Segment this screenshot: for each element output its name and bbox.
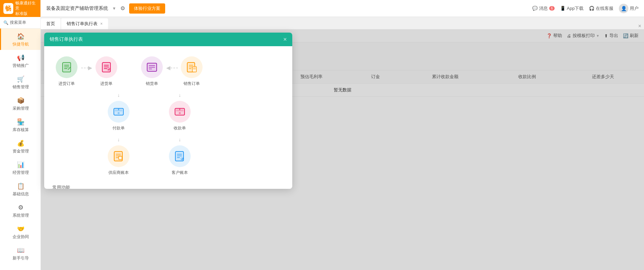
sidebar-item-inventory[interactable]: 🏪 库存核算 (0, 114, 40, 136)
home-icon: 🏠 (17, 33, 24, 40)
sidebar-item-quick-nav[interactable]: 🏠 快捷导航 (0, 29, 40, 50)
sidebar-item-basic[interactable]: 📋 基础信息 (0, 178, 40, 200)
payment-in-label: 收款单 (174, 125, 186, 131)
modal-body: 进货订单 - - - ▶ 进货单 (44, 46, 292, 189)
inventory-icon: 🏪 (17, 118, 24, 126)
avatar: 👤 (619, 4, 628, 13)
header: 装备及固定资产辅助管理系统 ▼ ⚙ 体验行业方案 💬 消息 6 📱 App下载 … (41, 0, 644, 17)
svg-point-32 (179, 112, 181, 114)
svg-rect-39 (119, 156, 122, 160)
flow-node-supplier-ledger[interactable]: 供应商账本 (97, 142, 141, 179)
modal-dialog: 销售订单执行表 × 进货订单 - - - (44, 33, 292, 189)
header-right: 💬 消息 6 📱 App下载 🎧 在线客服 👤 用户 (532, 4, 639, 13)
logo-text: 畅康通好生意 标准版 (15, 1, 37, 17)
tab-bar: 首页 销售订单执行表 × × (41, 17, 644, 29)
search-icon: 🔍 (3, 20, 8, 25)
finance-icon: 💰 (17, 140, 24, 147)
headset-icon: 🎧 (589, 6, 594, 11)
svg-point-10 (107, 68, 110, 71)
supplier-ledger-label: 供应商账本 (108, 170, 129, 176)
sales-icon: 🛒 (17, 75, 24, 83)
logo-icon: 畅 (3, 3, 13, 14)
settings-icon[interactable]: ⚙ (120, 5, 125, 12)
flow-node-purchase-bill[interactable]: 进货单 (92, 53, 121, 90)
down-arrow-sales-bill: ↓ (179, 93, 181, 97)
online-service-button[interactable]: 🎧 在线客服 (589, 5, 613, 12)
sidebar-nav: 🏠 快捷导航 📢 营销推广 🛒 销售管理 📦 采购管理 🏪 库存核算 💰 资金管… (0, 29, 40, 270)
purchase-icon: 📦 (17, 97, 24, 104)
purchase-order-circle (56, 56, 77, 78)
sidebar-item-operations[interactable]: 📊 经营管理 (0, 157, 40, 178)
guide-icon: 📖 (17, 247, 24, 254)
sidebar-item-collab[interactable]: 🤝 企业协同 (0, 221, 40, 242)
message-badge: 6 (549, 6, 555, 11)
flow-node-sales-order[interactable]: 销售订单 (177, 53, 206, 90)
payment-in-circle: ¥ (169, 101, 191, 123)
svg-text:¥: ¥ (179, 108, 180, 111)
system-icon: ⚙ (18, 204, 23, 211)
trial-button[interactable]: 体验行业方案 (129, 3, 165, 14)
down-arrow-purchase-bill: ↓ (118, 93, 120, 97)
customer-ledger-label: 客户账本 (172, 170, 188, 176)
supplier-ledger-circle (108, 145, 129, 167)
modal-overlay: 销售订单执行表 × 进货订单 - - - (41, 29, 644, 270)
payment-out-label: 付款单 (112, 125, 125, 131)
flow-node-customer-ledger[interactable]: 客户账本 (158, 142, 202, 179)
modal-title: 销售订单执行表 (50, 36, 283, 42)
flow-diagram: 进货订单 - - - ▶ 进货单 (52, 53, 284, 189)
sidebar: 畅 畅康通好生意 标准版 🔍 搜索菜单 🏠 快捷导航 📢 营销推广 🛒 销售管理… (0, 0, 41, 270)
down-arrow-payment-out: ↓ (118, 137, 120, 142)
purchase-order-label: 进货订单 (58, 81, 75, 87)
sidebar-item-marketing[interactable]: 📢 营销推广 (0, 50, 40, 71)
tab-sales-order-exec[interactable]: 销售订单执行表 × (61, 18, 108, 29)
modal-header: 销售订单执行表 × (44, 33, 292, 46)
svg-text:¥: ¥ (118, 108, 119, 111)
collab-icon: 🤝 (17, 225, 24, 233)
sales-bill-label: 销货单 (146, 81, 158, 87)
sidebar-item-system[interactable]: ⚙ 系统管理 (0, 200, 40, 221)
down-arrow-payment-in: ↓ (179, 137, 181, 142)
sidebar-item-purchase[interactable]: 📦 采购管理 (0, 93, 40, 114)
sales-bill-circle (141, 56, 163, 78)
dropdown-arrow-icon[interactable]: ▼ (112, 6, 116, 11)
common-funcs-title: 常用功能 (52, 184, 284, 189)
sidebar-item-guide[interactable]: 📖 新手引导 (0, 242, 40, 264)
purchase-bill-label: 进货单 (100, 81, 112, 87)
flow-node-purchase-order[interactable]: 进货订单 (52, 53, 81, 90)
tabs-close-all-icon[interactable]: × (638, 23, 644, 29)
svg-rect-21 (192, 67, 196, 72)
marketing-icon: 📢 (17, 54, 24, 61)
flow-node-sales-bill[interactable]: 销货单 (138, 53, 166, 90)
sidebar-item-sales[interactable]: 🛒 销售管理 (0, 71, 40, 93)
phone-icon: 📱 (560, 6, 565, 11)
user-menu-button[interactable]: 👤 用户 (619, 4, 639, 13)
modal-close-button[interactable]: × (283, 36, 287, 43)
header-title: 装备及固定资产辅助管理系统 (46, 5, 108, 12)
payment-out-circle: ¥ (108, 101, 129, 123)
sidebar-logo: 畅 畅康通好生意 标准版 (0, 0, 40, 17)
tab-close-icon[interactable]: × (100, 21, 103, 26)
common-functions: 常用功能 商品 往来单位 现存量(库存状况表) 现存量(库存分布表) 销售毛利分… (52, 184, 284, 189)
svg-point-27 (118, 112, 120, 114)
search-menu[interactable]: 🔍 搜索菜单 (0, 17, 40, 29)
svg-point-45 (180, 157, 184, 161)
purchase-bill-circle (95, 56, 117, 78)
sales-order-label: 销售订单 (184, 81, 200, 87)
tab-home[interactable]: 首页 (41, 18, 60, 29)
basic-icon: 📋 (17, 182, 24, 190)
customer-ledger-circle (169, 145, 191, 167)
flow-node-payment-out[interactable]: ¥ 付款单 (97, 97, 141, 134)
operations-icon: 📊 (17, 161, 24, 168)
app-download-button[interactable]: 📱 App下载 (560, 5, 584, 12)
flow-node-payment-in[interactable]: ¥ 收款单 (158, 97, 202, 134)
sidebar-item-finance[interactable]: 💰 资金管理 (0, 136, 40, 157)
sales-order-circle (181, 56, 203, 78)
message-button[interactable]: 💬 消息 6 (532, 5, 555, 12)
message-icon: 💬 (532, 6, 538, 11)
